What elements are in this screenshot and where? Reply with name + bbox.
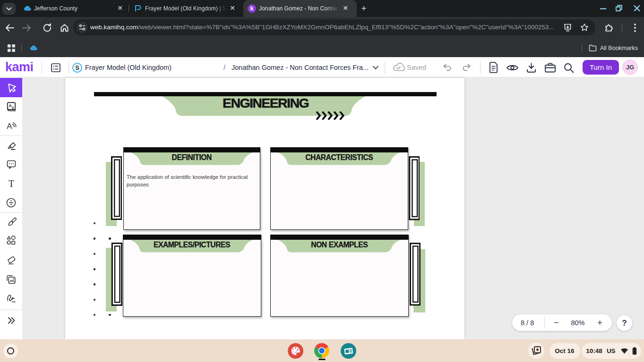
svg-text:A: A — [9, 103, 12, 108]
svg-text:z: z — [12, 105, 14, 110]
svg-text:A: A — [7, 122, 12, 131]
svg-text:T: T — [8, 178, 14, 189]
